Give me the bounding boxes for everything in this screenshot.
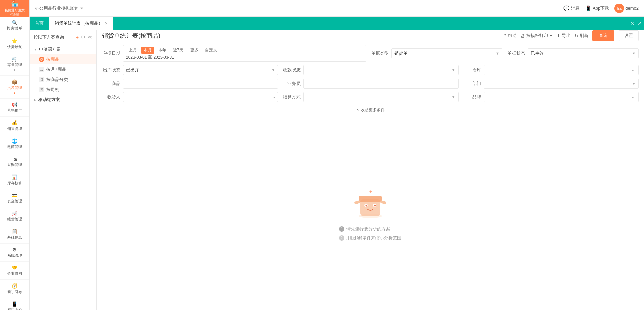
warehouse-input[interactable]: ···: [484, 65, 639, 75]
tab-home[interactable]: 首页: [30, 17, 49, 30]
user-name: demo2: [625, 6, 639, 11]
date-tag-this-year[interactable]: 本年: [156, 47, 169, 54]
export-button[interactable]: ⬆ 导出: [557, 30, 571, 41]
logo-subtext: 标准版: [10, 13, 19, 17]
tab-sales-stats[interactable]: 销货单统计表（按商品） ✕: [49, 17, 113, 30]
app-logo[interactable]: 🏪 畅捷通好生意 标准版: [0, 0, 29, 17]
out-status-value: 已出库: [126, 67, 139, 73]
doc-type-select[interactable]: 销货单 ▼: [391, 48, 502, 58]
sidebar-item-operation[interactable]: 📈 经营管理: [0, 207, 29, 225]
topbar-left: 办公用品行业模拟账套 ▼: [35, 5, 84, 11]
edit-scheme-button[interactable]: ⚙: [81, 34, 85, 40]
sidebar-item-marketing[interactable]: 📢 营销推广: [0, 99, 29, 117]
settlement-select[interactable]: ▼: [303, 92, 458, 102]
tree-section: ▼ 电脑端方案 按 按商品 历 按月+商品 目 按商品分类 司: [30, 44, 96, 105]
right-panel: 销货单统计表(按商品) ? 帮助 🖨 按模板打印 ▼ ⬆: [97, 30, 644, 310]
close-tab-button[interactable]: ✕: [105, 21, 108, 26]
empty-tips: 1 请先选择要分析的方案 2 用[过滤]条件来缩小分析范围: [339, 225, 401, 242]
collapse-panel-button[interactable]: ≪: [87, 34, 92, 40]
product-dots-button[interactable]: ···: [271, 81, 275, 86]
page-title: 销货单统计表(按商品) ? 帮助 🖨 按模板打印 ▼ ⬆: [102, 30, 639, 41]
query-button[interactable]: 查询: [592, 30, 614, 41]
basic-label: 基础信息: [1, 235, 28, 240]
warehouse-dots-button[interactable]: ···: [632, 67, 636, 73]
sidebar-item-sales[interactable]: 💰 销售管理: [0, 117, 29, 135]
search-icon: 🔍: [1, 20, 28, 25]
date-tag-last-month[interactable]: 上月: [126, 47, 140, 54]
sidebar-item-purchase[interactable]: 🛍 采购管理: [0, 153, 29, 171]
tree-child-by-driver[interactable]: 司 按司机: [30, 85, 96, 95]
date-tag-7days[interactable]: 近7天: [170, 47, 186, 54]
sidebar-item-inventory[interactable]: 📊 库存核算: [0, 171, 29, 189]
date-tag-this-month[interactable]: 本月: [141, 47, 154, 54]
guide-icon: 🧭: [1, 283, 28, 289]
sidebar-item-ecommerce[interactable]: 🌐 电商管理: [0, 135, 29, 153]
out-status-label: 出库状态: [102, 67, 120, 73]
help-icon: ?: [504, 33, 506, 38]
tree-child-by-month-product[interactable]: 历 按月+商品: [30, 64, 96, 74]
doc-status-label: 单据状态: [506, 50, 525, 56]
tree-parent-pc[interactable]: ▼ 电脑端方案: [30, 44, 96, 54]
filter-row-1: 单据日期 上月 本月 本年 近7天 更多 自定义 2023-: [102, 45, 639, 62]
tabbar: 首页 销货单统计表（按商品） ✕ ✕ ⤢: [30, 17, 644, 30]
out-status-arrow: ▼: [271, 68, 275, 72]
app-download-button[interactable]: 📱 App下载: [585, 5, 609, 11]
payment-status-select[interactable]: ▼: [303, 65, 458, 75]
sidebar-item-enterprise[interactable]: 🤝 企业协同: [0, 262, 29, 280]
home-tab-label: 首页: [35, 20, 44, 27]
sidebar-item-basic[interactable]: 📋 基础信息: [0, 225, 29, 244]
svg-point-6: [374, 205, 376, 207]
sidebar-item-retail[interactable]: 🛒 零售管理 ▼: [0, 53, 29, 76]
sidebar-item-apps[interactable]: 📱 应用中心: [0, 298, 29, 310]
inventory-icon: 📊: [1, 174, 28, 180]
product-input[interactable]: ···: [123, 79, 278, 89]
receiver-input[interactable]: ···: [123, 92, 278, 102]
doc-status-select[interactable]: 已生效 ▼: [528, 48, 639, 58]
sidebar-item-guide[interactable]: 🧭 新手引导: [0, 280, 29, 298]
print-template-button[interactable]: 🖨 按模板打印 ▼: [521, 30, 553, 41]
salesman-input[interactable]: ···: [303, 79, 458, 89]
sidebar-item-system[interactable]: ⚙ 系统管理: [0, 244, 29, 262]
doc-type-value: 销货单: [394, 50, 408, 56]
svg-rect-2: [359, 196, 382, 202]
export-label: 导出: [562, 33, 571, 39]
out-status-select[interactable]: 已出库 ▼: [123, 65, 278, 75]
user-menu[interactable]: Ea demo2: [614, 4, 639, 13]
dept-select[interactable]: ▼: [484, 79, 639, 89]
tree-child-by-category[interactable]: 目 按商品分类: [30, 74, 96, 85]
refresh-icon: ↻: [575, 33, 578, 38]
brand-dots-button[interactable]: ···: [632, 94, 636, 100]
sidebar-item-finance[interactable]: 💳 资金管理: [0, 189, 29, 207]
search-menu-item[interactable]: 🔍 搜索菜单: [0, 17, 29, 35]
tree-parent-mobile[interactable]: ▶ 移动端方案: [30, 95, 96, 105]
operation-label: 经营管理: [1, 217, 28, 222]
by-driver-label: 按司机: [46, 87, 59, 93]
sales-icon: 💰: [1, 120, 28, 125]
maximize-button[interactable]: ⤢: [637, 20, 641, 27]
date-separator: 至: [148, 54, 152, 60]
close-all-tabs-button[interactable]: ✕: [630, 20, 634, 27]
sidebar-item-quicknav[interactable]: ⭐ 快捷导航: [0, 35, 29, 53]
date-tag-custom[interactable]: 自定义: [202, 47, 220, 54]
help-button[interactable]: ? 帮助: [504, 30, 517, 41]
topbar: 办公用品行业模拟账套 ▼ 💬 消息 📱 App下载 Ea demo2: [30, 0, 644, 17]
message-button[interactable]: 💬 消息: [563, 5, 580, 11]
setting-button[interactable]: 设置: [619, 30, 639, 41]
print-label: 按模板打印: [526, 33, 548, 39]
brand-input[interactable]: ···: [484, 92, 639, 102]
dept-label: 部门: [463, 81, 481, 87]
industry-name: 办公用品行业模拟账套: [35, 5, 78, 11]
message-icon: 💬: [563, 5, 570, 11]
tip-num-2: 2: [339, 235, 344, 241]
receiver-dots-button[interactable]: ···: [271, 94, 275, 100]
industry-selector[interactable]: 办公用品行业模拟账套 ▼: [35, 5, 84, 11]
date-tag-more[interactable]: 更多: [187, 47, 201, 54]
svg-text:✦: ✦: [369, 189, 373, 194]
sidebar-item-wholesale[interactable]: 📦 批发管理 ▲: [0, 76, 29, 99]
add-scheme-button[interactable]: +: [76, 34, 79, 40]
refresh-button[interactable]: ↻ 刷新: [575, 30, 588, 41]
salesman-dots-button[interactable]: ···: [451, 81, 455, 86]
filter-date-range: 单据日期 上月 本月 本年 近7天 更多 自定义 2023-: [102, 45, 366, 62]
collapse-conditions-button[interactable]: ∧ 收起更多条件: [102, 105, 639, 115]
tree-child-by-product[interactable]: 按 按商品: [30, 54, 96, 64]
